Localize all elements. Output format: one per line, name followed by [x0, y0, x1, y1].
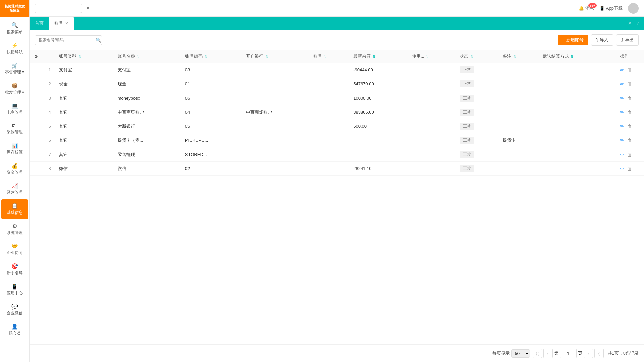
last-page-button[interactable]: ⟩⟩ — [594, 349, 604, 358]
next-page-button[interactable]: ⟩ — [584, 349, 593, 358]
delete-button-1[interactable]: 🗑 — [627, 81, 632, 87]
edit-button-4[interactable]: ✏ — [620, 123, 624, 129]
page-number-input[interactable] — [560, 349, 577, 358]
quick-nav-label: 快捷导航 — [7, 49, 23, 55]
status-badge-7: 正常 — [460, 165, 474, 172]
delete-button-2[interactable]: 🗑 — [627, 95, 632, 101]
sidebar-item-app-center[interactable]: 📱应用中心 — [1, 280, 28, 299]
import-button[interactable]: ⤵ 导入 — [591, 34, 613, 46]
delete-button-4[interactable]: 🗑 — [627, 123, 632, 129]
row-num-5: 6 — [43, 133, 56, 147]
col-default-settlement[interactable]: 默认结算方式 ⇅ — [540, 50, 617, 63]
header-search-input[interactable] — [35, 4, 82, 13]
new-guide-label: 新手引导 — [7, 270, 23, 276]
tab-close-btn[interactable]: ✕ — [627, 19, 633, 27]
row-usage-5 — [409, 133, 457, 147]
edit-button-7[interactable]: ✏ — [620, 166, 624, 172]
row-balance-2: 10000.00 — [351, 91, 409, 105]
row-name-7: 微信 — [115, 162, 182, 176]
ecommerce-mgmt-label: 电商管理 — [7, 110, 23, 115]
sidebar-item-purchase-mgmt[interactable]: 🛍采购管理 — [1, 119, 28, 138]
export-label: 导出 — [625, 37, 634, 43]
col-status[interactable]: 状态 ⇅ — [457, 50, 500, 63]
tab-accounts[interactable]: 账号 ✕ — [49, 17, 74, 30]
delete-button-5[interactable]: 🗑 — [627, 137, 632, 143]
row-notes-5: 提货卡 — [500, 133, 540, 147]
sidebar-item-enterprise-agreement[interactable]: 🤝企业协同 — [1, 240, 28, 259]
col-bank[interactable]: 开户银行 ⇅ — [243, 50, 311, 63]
inventory-calc-icon: 📊 — [11, 142, 18, 149]
delete-button-0[interactable]: 🗑 — [627, 67, 632, 73]
sidebar-item-basic-info[interactable]: 📋基础信息 — [1, 199, 28, 219]
row-account-0 — [311, 63, 351, 77]
edit-button-3[interactable]: ✏ — [620, 109, 624, 115]
sidebar-item-wholesale-mgmt[interactable]: 📦批发管理 ▾ — [1, 79, 28, 99]
edit-button-0[interactable]: ✏ — [620, 67, 624, 73]
edit-button-5[interactable]: ✏ — [620, 137, 624, 143]
status-badge-4: 正常 — [460, 123, 474, 130]
tab-home[interactable]: 首页 — [30, 17, 49, 30]
page-size-label: 每页显示 — [492, 350, 510, 356]
user-avatar[interactable] — [628, 3, 639, 14]
row-balance-5 — [351, 133, 409, 147]
funds-mgmt-icon: 💰 — [11, 163, 18, 169]
sidebar-item-quick-nav[interactable]: ⚡快捷导航 — [1, 39, 28, 58]
search-button[interactable]: 🔍 — [92, 36, 102, 45]
row-status-2: 正常 — [457, 91, 500, 105]
sidebar-item-retail-mgmt[interactable]: 🛒零售管理 ▾ — [1, 59, 28, 78]
col-notes[interactable]: 备注 ⇅ — [500, 50, 540, 63]
header-left: ▼ — [35, 4, 90, 13]
col-settings[interactable]: ⚙ — [30, 50, 43, 63]
search-input[interactable] — [35, 36, 92, 44]
export-icon: ⤴ — [621, 38, 624, 43]
row-num-1: 2 — [43, 77, 56, 91]
table-container: ⚙ 账号类型 ⇅ 账号名称 ⇅ 账号编码 ⇅ 开户银行 ⇅ 账号 ⇅ 最新余额 … — [30, 50, 644, 344]
row-bank-4 — [243, 119, 311, 133]
delete-button-3[interactable]: 🗑 — [627, 109, 632, 115]
sidebar-item-search-menu[interactable]: 🔍搜索菜单 — [1, 19, 28, 38]
sidebar-item-enterprise-wechat[interactable]: 💬企业微信 — [1, 300, 28, 319]
sidebar-item-funds-mgmt[interactable]: 💰资金管理 — [1, 159, 28, 179]
header-dropdown[interactable]: ▼ — [86, 6, 90, 11]
col-balance[interactable]: 最新余额 ⇅ — [351, 50, 409, 63]
tab-accounts-close-icon[interactable]: ✕ — [65, 21, 68, 26]
sidebar-item-new-guide[interactable]: 🎯新手引导 — [1, 260, 28, 279]
row-balance-0: -90444.00 — [351, 63, 409, 77]
col-code[interactable]: 账号编码 ⇅ — [182, 50, 243, 63]
sidebar-item-members[interactable]: 👤畅会员 — [1, 320, 28, 340]
row-num-7: 8 — [43, 162, 56, 176]
app-download-button[interactable]: 📱 App下载 — [599, 5, 623, 11]
table-row: 2 现金 现金 01 547670.00 正常 ✏ 🗑 — [30, 77, 644, 91]
first-page-button[interactable]: ⟨⟨ — [533, 349, 542, 358]
col-type[interactable]: 账号类型 ⇅ — [56, 50, 115, 63]
row-code-1: 01 — [182, 77, 243, 91]
table-header-row: ⚙ 账号类型 ⇅ 账号名称 ⇅ 账号编码 ⇅ 开户银行 ⇅ 账号 ⇅ 最新余额 … — [30, 50, 644, 63]
col-usage[interactable]: 使用... ⇅ — [409, 50, 457, 63]
col-name[interactable]: 账号名称 ⇅ — [115, 50, 182, 63]
search-menu-icon: 🔍 — [11, 22, 18, 28]
add-account-button[interactable]: + 新增账号 — [558, 35, 588, 45]
sidebar-item-inventory-calc[interactable]: 📊库存核算 — [1, 139, 28, 159]
row-type-4: 其它 — [56, 119, 115, 133]
sidebar-item-system-mgmt[interactable]: ⚙系统管理 — [1, 220, 28, 239]
delete-button-7[interactable]: 🗑 — [627, 166, 632, 171]
sidebar-item-operations-mgmt[interactable]: 📈经营管理 — [1, 179, 28, 199]
edit-button-1[interactable]: ✏ — [620, 81, 624, 87]
export-button[interactable]: ⤴ 导出 — [616, 34, 639, 46]
tab-expand-btn[interactable]: ⤢ — [635, 19, 641, 27]
table-row: 4 其它 中百商场账户 04 中百商场账户 383866.00 正常 ✏ 🗑 — [30, 105, 644, 119]
sort-notes-icon: ⇅ — [513, 55, 516, 58]
prev-page-button[interactable]: ⟨ — [543, 349, 553, 358]
sidebar-item-ecommerce-mgmt[interactable]: 💻电商管理 — [1, 99, 28, 119]
page-size-select[interactable]: 50 100 200 — [511, 349, 530, 358]
edit-button-6[interactable]: ✏ — [620, 152, 624, 158]
messages-button[interactable]: 🔔 消息 99+ — [579, 5, 594, 11]
sort-name-icon: ⇅ — [137, 55, 140, 58]
main-area: ▼ 🔔 消息 99+ 📱 App下载 首页 账号 ✕ ✕ ⤢ — [30, 0, 644, 362]
edit-button-2[interactable]: ✏ — [620, 95, 624, 101]
col-account[interactable]: 账号 ⇅ — [311, 50, 351, 63]
delete-button-6[interactable]: 🗑 — [627, 152, 632, 157]
row-settings-4 — [30, 119, 43, 133]
app-center-icon: 📱 — [11, 283, 18, 290]
enterprise-agreement-icon: 🤝 — [11, 243, 18, 249]
